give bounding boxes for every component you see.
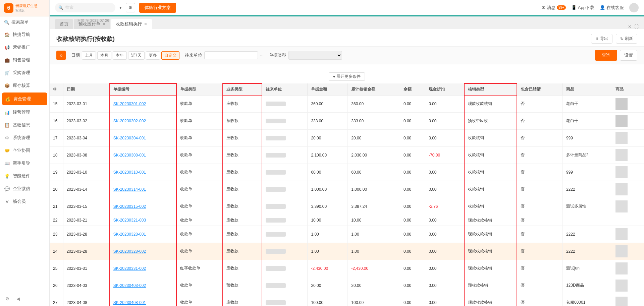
partner-input[interactable] — [204, 51, 258, 59]
topbar-search[interactable]: 🔍 搜索 — [55, 3, 115, 12]
sidebar-item-finance[interactable]: 💰 资金管理 — [2, 93, 47, 105]
query-btn[interactable]: 查询 — [595, 50, 617, 61]
table-container[interactable]: ⚙ 日期 单据编号 单据类型 业务类型 往来单位 单据金额 累计核销金额 余额 … — [50, 83, 644, 306]
table-row[interactable]: 27 2023-04-08 SK-20230408-001 收款单 应收款 10… — [50, 294, 644, 306]
doc-no-link[interactable]: SK-20230301-002 — [113, 102, 146, 106]
user-avatar[interactable] — [629, 3, 639, 12]
this-month-btn[interactable]: 本月 — [97, 51, 111, 60]
doc-no-link[interactable]: SK-20230310-001 — [113, 170, 146, 175]
table-row[interactable]: 21 2023-03-15 SK-20230315-002 收款单 应收款 3,… — [50, 198, 644, 215]
cell-writeoff-type: 收款核销 — [464, 146, 517, 164]
hardware-label: 智能硬件 — [13, 173, 30, 179]
cell-doc-no[interactable]: SK-20230408-001 — [110, 294, 177, 306]
table-row[interactable]: 16 2023-03-02 SK-20230302-002 收款单 预收款 33… — [50, 112, 644, 129]
sidebar-item-operations[interactable]: 📊 经营管理 — [0, 106, 49, 119]
doc-no-link[interactable]: SK-20230408-001 — [113, 300, 146, 305]
close-tab-btn[interactable]: ✕ — [628, 24, 632, 29]
cell-doc-no[interactable]: SK-20230310-001 — [110, 164, 177, 181]
doc-no-link[interactable]: SK-20230403-002 — [113, 283, 146, 288]
table-row[interactable]: 19 2023-03-10 SK-20230310-001 收款单 应收款 60… — [50, 164, 644, 181]
partner-blurred — [266, 266, 286, 271]
table-row[interactable]: 20 2023-03-14 SK-20230314-001 收款单 应收款 1,… — [50, 181, 644, 198]
doc-no-link[interactable]: SK-20230321-003 — [113, 218, 146, 223]
cell-writeoff-type: 收款核销 — [464, 198, 517, 215]
sidebar-item-corp[interactable]: 🤝 企业协同 — [0, 144, 49, 157]
cell-date: 2023-03-21 — [63, 215, 110, 226]
doc-no-link[interactable]: SK-20230328-002 — [113, 249, 146, 254]
sidebar-item-hardware[interactable]: 💡 智能硬件 — [0, 170, 49, 182]
search-menu-item[interactable]: 🔍 搜索菜单 — [0, 16, 49, 28]
filter-toggle-btn[interactable]: » — [56, 51, 66, 60]
cell-doc-no[interactable]: SK-20230302-002 — [110, 112, 177, 129]
doc-no-link[interactable]: SK-20230314-001 — [113, 187, 146, 192]
table-row[interactable]: 25 2023-03-31 SK-20230331-002 红字收款单 应收款 … — [50, 260, 644, 277]
custom-date-btn[interactable]: 自定义 — [161, 51, 179, 60]
table-row[interactable]: 17 2023-03-04 SK-20230304-001 收款单 应收款 20… — [50, 129, 644, 146]
cell-cash-discount: 0.00 — [425, 129, 464, 146]
sidebar-item-wechat[interactable]: 💬 企业微信 — [0, 182, 49, 195]
tab-writeoff[interactable]: 收款核销执行 ✕ — [111, 19, 152, 29]
cell-doc-no[interactable]: SK-20230403-002 — [110, 277, 177, 294]
cell-no: 23 — [50, 226, 63, 243]
date-quick-btns: 上月 本月 本年 近7天 更多 自定义 — [82, 51, 179, 60]
cell-doc-no[interactable]: SK-20230308-001 — [110, 146, 177, 164]
cell-doc-no[interactable]: SK-20230304-001 — [110, 129, 177, 146]
doctype-select[interactable] — [288, 51, 342, 60]
table-row[interactable]: 15 2023-03-01 SK-20230301-002 收款单 应收款 36… — [50, 95, 644, 112]
collapse-icon[interactable]: ◀ — [14, 295, 22, 303]
cell-cash-discount: 0.00 — [425, 243, 464, 260]
message-btn[interactable]: ✉ 消息 99+ — [542, 5, 566, 11]
doc-no-link[interactable]: SK-20230304-001 — [113, 136, 146, 140]
cell-biz-type: 应收款 — [223, 146, 262, 164]
tab-home[interactable]: 首页 — [55, 19, 73, 29]
last-month-btn[interactable]: 上月 — [82, 51, 96, 60]
sidebar-item-basic-info[interactable]: 📋 基础信息 — [0, 119, 49, 131]
settings-bottom-icon[interactable]: ⚙ — [3, 295, 11, 303]
this-year-btn[interactable]: 本年 — [113, 51, 127, 60]
cell-doc-no[interactable]: SK-20230315-002 — [110, 198, 177, 215]
cell-goods2 — [612, 112, 644, 129]
maximize-btn[interactable]: ⛶ — [634, 24, 639, 29]
expand-conditions-btn[interactable]: ▾ 展开更多条件 — [329, 72, 365, 81]
last-7-days-btn[interactable]: 近7天 — [128, 51, 145, 60]
export-btn[interactable]: ⬆ 导出 — [591, 34, 612, 44]
cell-doc-no[interactable]: SK-20230328-001 — [110, 226, 177, 243]
sidebar-item-shortcut[interactable]: 🏠 快捷导航 — [0, 28, 49, 41]
sidebar-item-inventory[interactable]: 📦 库存核算 — [0, 79, 49, 92]
cell-doc-no[interactable]: SK-20230328-002 — [110, 243, 177, 260]
topbar-dropdown[interactable]: ▾ — [119, 5, 122, 10]
setting-btn[interactable]: 设置 — [620, 50, 637, 61]
cell-doc-no[interactable]: SK-20230331-002 — [110, 260, 177, 277]
refresh-btn[interactable]: ↻ 刷新 — [616, 34, 637, 44]
doc-no-link[interactable]: SK-20230331-002 — [113, 266, 146, 271]
sidebar-item-sales[interactable]: 💼 销售管理 — [0, 54, 49, 66]
doc-no-link[interactable]: SK-20230315-002 — [113, 204, 146, 209]
online-service-btn[interactable]: 👤 在线客服 — [600, 5, 624, 11]
table-row[interactable]: 22 2023-03-21 SK-20230321-003 收款单 应收款 10… — [50, 215, 644, 226]
cell-doc-no[interactable]: SK-20230301-002 — [110, 95, 177, 112]
doc-no-link[interactable]: SK-20230302-002 — [113, 119, 146, 123]
partner-blurred — [266, 218, 286, 223]
table-row[interactable]: 18 2023-03-08 SK-20230308-001 收款单 应收款 2,… — [50, 146, 644, 164]
topbar-gear-btn[interactable]: ⚙ — [126, 3, 135, 12]
cell-doc-no[interactable]: SK-20230314-001 — [110, 181, 177, 198]
industry-solution-btn[interactable]: 体验行业方案 — [139, 3, 176, 13]
table-row[interactable]: 26 2023-04-03 SK-20230403-002 收款单 预收款 20… — [50, 277, 644, 294]
more-date-btn[interactable]: 更多 — [146, 51, 160, 60]
cell-partner — [262, 260, 308, 277]
doc-no-link[interactable]: SK-20230308-001 — [113, 153, 146, 158]
table-row[interactable]: 23 2023-03-28 SK-20230328-001 收款单 应收款 1.… — [50, 226, 644, 243]
table-row[interactable]: 24 2023-03-28 SK-20230328-002 收款单 应收款 1.… — [50, 243, 644, 260]
sidebar-item-member[interactable]: V 畅会员 — [0, 195, 49, 208]
sidebar-item-system[interactable]: ⚙ 系统管理 — [0, 131, 49, 144]
sidebar-item-purchase[interactable]: 🛒 采购管理 — [0, 66, 49, 79]
sidebar-item-marketing[interactable]: 📢 营销推广 — [0, 41, 49, 54]
cell-doc-no[interactable]: SK-20230321-003 — [110, 215, 177, 226]
th-settings[interactable]: ⚙ — [50, 83, 63, 95]
doc-no-link[interactable]: SK-20230328-001 — [113, 232, 146, 237]
sidebar-item-guide[interactable]: 📖 新手引导 — [0, 157, 49, 170]
cell-no: 24 — [50, 243, 63, 260]
app-download-btn[interactable]: 📱 App下载 — [571, 5, 594, 11]
tab-writeoff-close[interactable]: ✕ — [144, 22, 147, 26]
partner-blurred — [266, 153, 286, 158]
